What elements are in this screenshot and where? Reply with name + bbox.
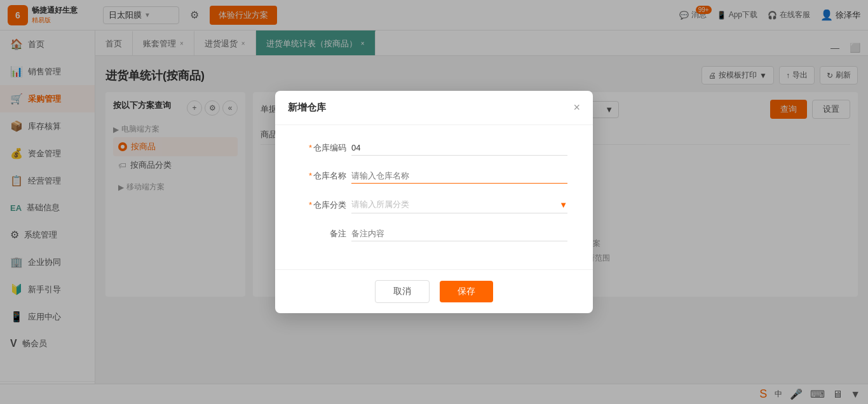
category-dropdown-arrow: ▼ <box>559 200 567 210</box>
save-button[interactable]: 保存 <box>440 281 493 302</box>
remark-label: 备注 <box>301 228 351 239</box>
code-input[interactable] <box>351 140 567 156</box>
dialog-body: 仓库编码 仓库名称 仓库分类 请输入所属分类 ▼ 备注 <box>275 125 593 269</box>
dialog-header: 新增仓库 × <box>275 91 593 125</box>
category-select[interactable]: 请输入所属分类 ▼ <box>351 196 567 213</box>
name-label: 仓库名称 <box>301 170 351 182</box>
category-placeholder: 请输入所属分类 <box>351 199 409 210</box>
form-row-category: 仓库分类 请输入所属分类 ▼ <box>301 196 567 213</box>
cancel-button[interactable]: 取消 <box>375 280 430 303</box>
form-row-code: 仓库编码 <box>301 140 567 156</box>
code-label: 仓库编码 <box>301 142 351 154</box>
dialog-overlay: 新增仓库 × 仓库编码 仓库名称 仓库分类 请输入所属分类 ▼ <box>0 0 868 404</box>
dialog-footer: 取消 保存 <box>275 269 593 313</box>
dialog-close-btn[interactable]: × <box>573 101 580 114</box>
name-input[interactable] <box>351 168 567 184</box>
category-label: 仓库分类 <box>301 199 351 211</box>
form-row-name: 仓库名称 <box>301 168 567 184</box>
remark-input[interactable] <box>351 226 567 241</box>
form-row-remark: 备注 <box>301 226 567 241</box>
new-warehouse-dialog: 新增仓库 × 仓库编码 仓库名称 仓库分类 请输入所属分类 ▼ <box>275 91 593 313</box>
dialog-title: 新增仓库 <box>288 102 326 114</box>
